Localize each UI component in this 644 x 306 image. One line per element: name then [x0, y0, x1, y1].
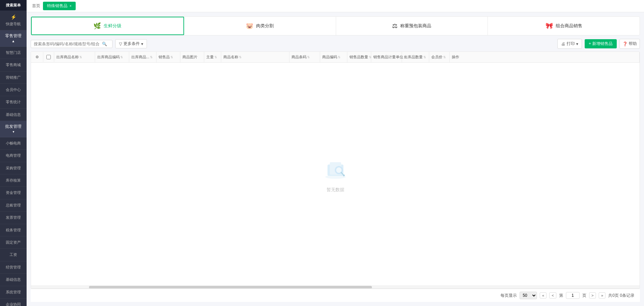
- weigh-pack-icon: ⚖: [392, 22, 398, 30]
- sidebar-item-ecom-mgmt[interactable]: 电商管理: [0, 150, 27, 162]
- cat-tab-combo[interactable]: 🎀 组合商品销售: [488, 17, 640, 35]
- sidebar-item-promotion[interactable]: 营销推广: [0, 72, 27, 84]
- th-checkbox[interactable]: [43, 52, 54, 62]
- sidebar-item-general-ledger[interactable]: 总账管理: [0, 199, 27, 212]
- toolbar: 🔍 ▽ 更多条件 ▾ 🖨 打印 ▾ + 新增销售品 ❓: [31, 39, 640, 49]
- content-area: 🌿 生鲜分级 🐷 肉类分割 ⚖ 称重预包装商品 🎀 组合商品销售 🔍: [27, 12, 644, 306]
- cat-tab-label: 称重预包装商品: [400, 23, 431, 29]
- sidebar-item-wholesale-mgmt[interactable]: 批发管理 ▾: [0, 121, 27, 137]
- sidebar-item-invoice-mgmt[interactable]: 发票管理: [0, 212, 27, 224]
- sidebar-item-retail-stats[interactable]: 零售统计: [0, 96, 27, 108]
- svg-point-4: [336, 167, 342, 173]
- th-out-name[interactable]: 出库商品名称 ⇅: [54, 52, 95, 62]
- cat-tab-fresh-grade[interactable]: 🌿 生鲜分级: [31, 17, 184, 35]
- th-goods-name[interactable]: 商品名称 ⇅: [221, 52, 289, 62]
- sidebar-item-inventory[interactable]: 库存核算: [0, 174, 27, 187]
- sidebar-item-fixed-assets[interactable]: 固定资产: [0, 236, 27, 249]
- first-page-button[interactable]: «: [540, 292, 546, 299]
- sidebar-item-label: 总账管理: [6, 203, 21, 208]
- sidebar-item-purchase-mgmt[interactable]: 采购管理: [0, 162, 27, 174]
- sidebar: 搜索菜单 ⚡ 快捷导航 零售管理 ▲ 智慧门店 零售商城 营销推广 会员中心 零…: [0, 0, 27, 306]
- sidebar-item-label: 固定资产: [6, 240, 21, 245]
- pagination: 每页显示 50 10 20 100 « < 第 页 > » 共0页 0条记录: [31, 289, 640, 302]
- th-goods-code[interactable]: 商品编码 ⇅: [320, 52, 347, 62]
- th-img[interactable]: 商品图片: [180, 52, 204, 62]
- search-box: 🔍: [31, 40, 113, 48]
- toolbar-left: 🔍 ▽ 更多条件 ▾: [31, 39, 147, 48]
- sidebar-item-quick-nav[interactable]: ⚡ 快捷导航: [0, 11, 27, 30]
- select-all-checkbox[interactable]: [46, 55, 51, 59]
- table-scrollbar[interactable]: [31, 286, 640, 288]
- last-page-button[interactable]: »: [599, 292, 605, 299]
- cat-tab-label: 肉类分割: [256, 23, 274, 29]
- col-label: 销售商品计量单位: [373, 55, 403, 60]
- th-sale-unit[interactable]: 销售商品计量单位 ⇅: [371, 52, 402, 62]
- th-barcode[interactable]: 商品条码 ⇅: [289, 52, 320, 62]
- fresh-grade-icon: 🌿: [93, 22, 101, 30]
- sidebar-item-retail-mgmt[interactable]: 零售管理 ▲: [0, 30, 27, 47]
- sidebar-item-mini-program[interactable]: 小畅电商: [0, 137, 27, 150]
- sidebar-item-smart-store[interactable]: 智慧门店: [0, 47, 27, 59]
- sort-icon: ⇅: [423, 56, 426, 59]
- empty-text: 暂无数据: [327, 187, 344, 193]
- col-label: 商品条码: [291, 55, 306, 60]
- print-label: 打印: [567, 41, 575, 47]
- per-page-select[interactable]: 50 10 20 100: [520, 292, 537, 299]
- col-label: 销售品数量: [349, 55, 368, 60]
- sidebar-item-member-center[interactable]: 会员中心: [0, 84, 27, 96]
- active-tab[interactable]: 特殊销售品 ×: [43, 2, 76, 10]
- th-sale-item[interactable]: 销售品 ⇅: [156, 52, 180, 62]
- sidebar-item-retail-mall[interactable]: 零售商城: [0, 59, 27, 71]
- th-member-price[interactable]: 会员价 ⇅: [429, 52, 450, 62]
- meat-cut-icon: 🐷: [246, 22, 253, 30]
- sidebar-item-enterprise-coop[interactable]: 企业协同: [0, 299, 27, 306]
- tab-close-icon[interactable]: ×: [70, 4, 72, 8]
- page-input[interactable]: [566, 292, 580, 299]
- search-input[interactable]: [34, 42, 102, 46]
- th-out-spec[interactable]: 出库商品... ⇅: [129, 52, 156, 62]
- col-label: 主量: [206, 55, 214, 60]
- sidebar-item-tax-mgmt[interactable]: 税务管理: [0, 224, 27, 236]
- home-link[interactable]: 首页: [32, 3, 40, 9]
- sidebar-item-operations[interactable]: 经营管理: [0, 261, 27, 274]
- empty-icon: [322, 155, 349, 183]
- chevron-down-icon: ▾: [13, 129, 14, 134]
- sidebar-item-capital-mgmt[interactable]: 资金管理: [0, 187, 27, 199]
- th-settings[interactable]: ⚙: [31, 52, 43, 62]
- sort-icon: ⇅: [214, 56, 217, 59]
- category-tabs: 🌿 生鲜分级 🐷 肉类分割 ⚖ 称重预包装商品 🎀 组合商品销售: [31, 16, 640, 35]
- next-page-button[interactable]: >: [589, 292, 596, 299]
- sidebar-item-label: 资金管理: [6, 190, 21, 195]
- help-button[interactable]: ❓ 帮助: [619, 39, 640, 49]
- sidebar-item-label: 库存核算: [6, 178, 21, 183]
- chevron-down-icon: ▾: [141, 42, 143, 46]
- cat-tab-weigh-pack[interactable]: ⚖ 称重预包装商品: [336, 17, 488, 35]
- col-label: 出库品数量: [404, 55, 423, 60]
- sidebar-item-label: 经营管理: [6, 265, 21, 270]
- help-label: 帮助: [629, 41, 637, 47]
- filter-icon: ▽: [119, 42, 122, 46]
- sidebar-item-basic-info2[interactable]: 基础信息: [0, 274, 27, 286]
- add-sale-button[interactable]: + 新增销售品: [585, 39, 617, 48]
- col-label: 出库商品编码: [97, 55, 120, 60]
- th-sale-qty[interactable]: 销售品数量 ⇅: [347, 52, 371, 62]
- sidebar-item-label: 零售统计: [6, 100, 21, 105]
- col-label: 商品名称: [223, 55, 238, 60]
- filter-button[interactable]: ▽ 更多条件 ▾: [115, 39, 147, 48]
- th-out-qty[interactable]: 出库品数量 ⇅: [402, 52, 429, 62]
- sort-icon: ⇅: [120, 56, 123, 59]
- sidebar-item-label: 零售商城: [6, 62, 21, 67]
- search-icon: 🔍: [102, 42, 107, 46]
- sidebar-item-basic-info[interactable]: 基础信息: [0, 109, 27, 121]
- sidebar-item-label: 基础信息: [6, 277, 21, 282]
- sidebar-item-system-mgmt[interactable]: 系统管理: [0, 286, 27, 299]
- print-button[interactable]: 🖨 打印 ▾: [557, 39, 582, 49]
- prev-page-button[interactable]: <: [549, 292, 556, 299]
- sidebar-item-wages[interactable]: 工资: [0, 249, 27, 261]
- help-icon: ❓: [623, 42, 628, 46]
- cat-tab-meat-cut[interactable]: 🐷 肉类分割: [184, 17, 336, 35]
- th-weight[interactable]: 主量 ⇅: [204, 52, 221, 62]
- sidebar-logo: 搜索菜单: [0, 0, 27, 11]
- th-out-code[interactable]: 出库商品编码 ⇅: [95, 52, 129, 62]
- sidebar-item-label: 零售管理: [5, 33, 21, 39]
